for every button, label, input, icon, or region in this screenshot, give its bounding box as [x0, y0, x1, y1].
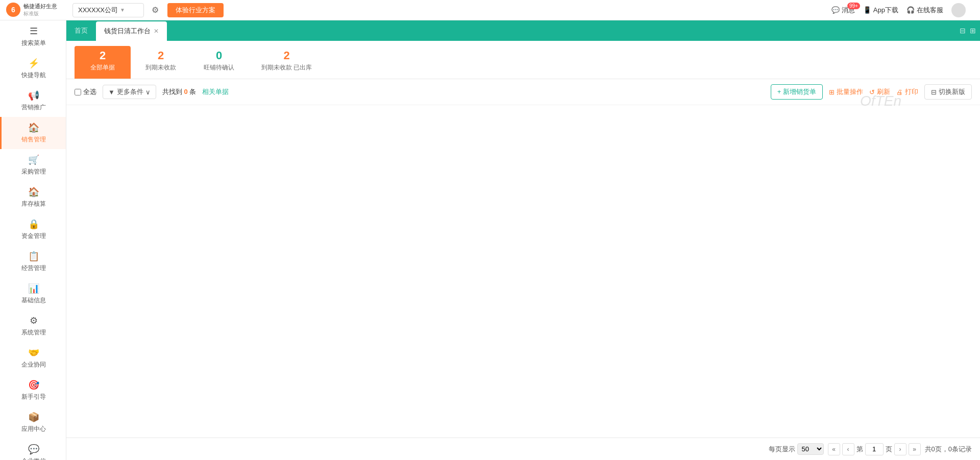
switch-version-button[interactable]: ⊟ 切换新版 [924, 84, 972, 100]
topbar-right: 💬 消息 99+ 📱 App下载 🎧 在线客服 [831, 3, 974, 17]
filter-label: 更多条件 [117, 87, 143, 96]
stat-tab-pending[interactable]: 0 旺铺待确认 [191, 46, 247, 79]
sidebar-cooperation-label: 企业协同 [21, 360, 46, 369]
settings-button[interactable]: ⚙ [148, 3, 162, 17]
stat-num-all: 2 [100, 50, 106, 61]
add-sales-order-button[interactable]: + 新增销货单 [771, 84, 823, 100]
company-dropdown-arrow: ▼ [120, 7, 125, 13]
tab-maximize-icon[interactable]: ⊞ [970, 27, 976, 35]
sidebar-quick-label: 快捷导航 [21, 71, 46, 80]
sidebar-item-marketing[interactable]: 📢 营销推广 [0, 85, 66, 117]
basic-icon: 📊 [28, 283, 39, 294]
sidebar-item-purchase[interactable]: 🛒 采购管理 [0, 149, 66, 181]
print-label: 打印 [905, 87, 918, 96]
operation-icon: 📋 [28, 251, 39, 262]
sales-icon: 🏠 [28, 122, 39, 133]
sidebar: ☰ 搜索菜单 ⚡ 快捷导航 📢 营销推广 🏠 销售管理 🛒 采购管理 🏠 库存核… [0, 20, 66, 460]
total-records-text: 共0页，0条记录 [925, 445, 972, 454]
select-all-label: 全选 [83, 87, 96, 96]
select-all-checkbox[interactable]: 全选 [75, 87, 96, 96]
stat-num-shipped: 2 [284, 50, 290, 61]
pagination-bar: 每页显示 20 50 100 « ‹ 第 页 › » 共0页，0条记录 [66, 438, 980, 460]
quick-nav-icon: ⚡ [28, 58, 39, 69]
user-avatar[interactable] [951, 3, 966, 17]
refresh-label: 刷新 [877, 87, 890, 96]
filter-button[interactable]: ▼ 更多条件 ∨ [103, 85, 156, 99]
stat-label-all: 全部单据 [90, 63, 115, 72]
company-selector[interactable]: XXXXXX公司 ▼ [72, 3, 144, 17]
search-menu-icon: ☰ [30, 26, 38, 37]
appstore-icon: 📦 [28, 411, 39, 423]
sidebar-operation-label: 经营管理 [21, 264, 46, 273]
refresh-button[interactable]: ↺ 刷新 [869, 87, 890, 96]
sidebar-item-quick[interactable]: ⚡ 快捷导航 [0, 53, 66, 85]
purchase-icon: 🛒 [28, 154, 39, 165]
app-download-button[interactable]: 📱 App下载 [863, 6, 898, 15]
print-button[interactable]: 🖨 打印 [896, 87, 918, 96]
found-prefix: 共找到 [162, 88, 182, 95]
sidebar-item-search[interactable]: ☰ 搜索菜单 [0, 20, 66, 53]
last-page-button[interactable]: » [909, 443, 921, 455]
page-prefix: 第 [856, 445, 863, 454]
found-unit: 条 [189, 88, 196, 95]
switch-icon: ⊟ [931, 88, 937, 96]
sidebar-item-inventory[interactable]: 🏠 库存核算 [0, 181, 66, 213]
try-industry-button[interactable]: 体验行业方案 [167, 3, 224, 17]
online-service-label: 在线客服 [917, 6, 943, 15]
found-count: 0 [184, 88, 188, 95]
sidebar-item-cooperation[interactable]: 🤝 企业协同 [0, 342, 66, 374]
prev-page-button[interactable]: ‹ [842, 443, 854, 455]
sidebar-marketing-label: 营销推广 [21, 103, 46, 112]
sidebar-guide-label: 新手引导 [21, 393, 46, 401]
next-page-button[interactable]: › [894, 443, 906, 455]
sidebar-item-appstore[interactable]: 📦 应用中心 [0, 406, 66, 439]
select-all-input[interactable] [75, 89, 81, 95]
wechat-icon: 💬 [28, 444, 39, 455]
tab-bar-actions: ⊟ ⊞ [960, 27, 980, 35]
batch-icon: ⊞ [829, 88, 835, 96]
per-page-label: 每页显示 [769, 445, 795, 454]
stat-tab-all[interactable]: 2 全部单据 [75, 46, 131, 79]
tab-cash-workbench[interactable]: 钱货日清工作台 ✕ [96, 21, 167, 41]
stat-tab-shipped[interactable]: 2 到期未收款 已出库 [249, 46, 324, 79]
page-suffix: 页 [886, 445, 892, 454]
sidebar-item-basic[interactable]: 📊 基础信息 [0, 278, 66, 310]
finance-icon: 🔒 [28, 219, 39, 230]
sidebar-basic-label: 基础信息 [21, 296, 46, 305]
stat-tab-overdue[interactable]: 2 到期未收款 [133, 46, 189, 79]
page-number-input[interactable] [865, 443, 884, 455]
switch-label: 切换新版 [939, 87, 965, 96]
message-icon: 💬 [831, 6, 840, 14]
stat-num-pending: 0 [216, 50, 222, 61]
filter-icon: ▼ [108, 88, 115, 96]
sidebar-item-operation[interactable]: 📋 经营管理 [0, 246, 66, 278]
sidebar-item-sales[interactable]: 🏠 销售管理 [0, 117, 66, 149]
online-service-button[interactable]: 🎧 在线客服 [906, 6, 943, 15]
app-download-label: App下载 [873, 6, 898, 15]
message-badge: 99+ [847, 3, 860, 9]
found-text: 共找到 0 条 [162, 87, 196, 96]
sidebar-item-guide[interactable]: 🎯 新手引导 [0, 374, 66, 406]
sidebar-purchase-label: 采购管理 [21, 167, 46, 176]
sidebar-inventory-label: 库存核算 [21, 200, 46, 208]
headset-icon: 🎧 [906, 6, 915, 14]
sidebar-item-finance[interactable]: 🔒 资金管理 [0, 213, 66, 246]
sidebar-item-system[interactable]: ⚙ 系统管理 [0, 310, 66, 342]
sidebar-item-wechat[interactable]: 💬 企业微信 [0, 439, 66, 460]
first-page-button[interactable]: « [828, 443, 840, 455]
tab-home[interactable]: 首页 [66, 20, 96, 41]
tab-minimize-icon[interactable]: ⊟ [960, 27, 966, 35]
batch-operation-button[interactable]: ⊞ 批量操作 [829, 87, 863, 96]
message-button[interactable]: 💬 消息 99+ [831, 6, 855, 15]
stat-label-pending: 旺铺待确认 [204, 63, 234, 72]
cooperation-icon: 🤝 [28, 347, 39, 358]
stat-num-overdue: 2 [158, 50, 164, 61]
tab-home-label: 首页 [75, 26, 88, 35]
per-page-dropdown[interactable]: 20 50 100 [797, 443, 824, 455]
main-layout: ☰ 搜索菜单 ⚡ 快捷导航 📢 营销推广 🏠 销售管理 🛒 采购管理 🏠 库存核… [0, 20, 980, 460]
tab-close-icon[interactable]: ✕ [154, 28, 159, 35]
app-name: 畅捷通好生意 [23, 3, 57, 10]
content-area: 首页 钱货日清工作台 ✕ ⊟ ⊞ 2 全部单据 2 到期未收款 [66, 20, 980, 460]
table-area [66, 105, 980, 438]
related-orders-link[interactable]: 相关单据 [202, 87, 229, 96]
